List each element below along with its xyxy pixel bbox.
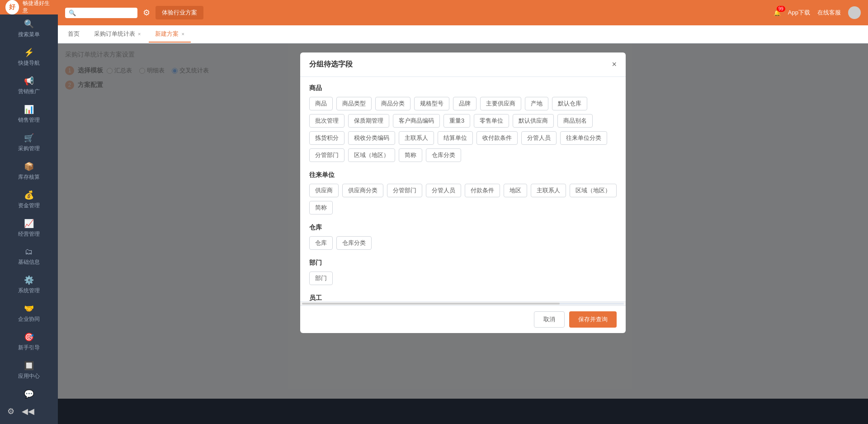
field-tag-area[interactable]: 地区 [504, 184, 527, 197]
modal-close-button[interactable]: × [612, 60, 617, 69]
field-tag-from-unit-category[interactable]: 往来单位分类 [560, 131, 607, 145]
tab-close-1[interactable]: × [138, 31, 141, 37]
field-tag-alias[interactable]: 商品别名 [557, 114, 593, 128]
tab-label-1: 采购订单统计表 [94, 30, 135, 38]
header-search-box[interactable]: 🔍 [65, 8, 137, 18]
field-tag-customer-code[interactable]: 客户商品编码 [393, 114, 440, 128]
sidebar-item-purchase[interactable]: 🛒 采购管理 [0, 129, 58, 157]
modal-body[interactable]: 商品商品商品类型商品分类规格型号品牌主要供应商产地默认仓库批次管理保质期管理客户… [300, 77, 626, 301]
field-tag-default-supplier[interactable]: 默认供应商 [513, 114, 554, 128]
tab-1[interactable]: 采购订单统计表× [88, 26, 147, 43]
section-title-department: 部门 [309, 259, 617, 267]
user-avatar[interactable] [848, 6, 861, 19]
sidebar-item-inventory[interactable]: 📦 库存核算 [0, 157, 58, 186]
field-tag-brand[interactable]: 品牌 [453, 97, 476, 110]
field-tags-warehouse: 仓库仓库分类 [309, 236, 617, 250]
field-tag-spec-type[interactable]: 规格型号 [414, 97, 449, 110]
marketing-icon: 📢 [24, 76, 34, 86]
settings-icon[interactable]: ⚙ [143, 8, 150, 18]
notification-count: 99 [777, 6, 785, 12]
sidebar-item-operations[interactable]: 📈 经营管理 [0, 214, 58, 243]
sidebar-label-enterprise: 企业协同 [18, 315, 40, 323]
tab-label-0: 首页 [68, 30, 80, 38]
modal-footer: 取消 保存并查询 [300, 305, 626, 333]
purchase-icon: 🛒 [24, 133, 34, 143]
field-tag-payment-terms[interactable]: 收付款条件 [476, 131, 518, 145]
field-tag-manage-dept[interactable]: 分管部门 [309, 148, 344, 162]
sidebar-item-system[interactable]: ⚙️ 系统管理 [0, 271, 58, 299]
field-tag-goods[interactable]: 商品 [309, 97, 333, 110]
sidebar-label-operations: 经营管理 [18, 230, 40, 238]
field-tag-main-contact[interactable]: 主联系人 [399, 131, 434, 145]
sidebar-item-quick-nav[interactable]: ⚡ 快捷导航 [0, 43, 58, 71]
sidebar-item-guide[interactable]: 🎯 新手引导 [0, 328, 58, 356]
audio-bottom-icon[interactable]: ◀◀ [22, 406, 34, 416]
field-tag-settle-unit[interactable]: 结算单位 [438, 131, 473, 145]
field-tag-manager[interactable]: 分管人员 [521, 131, 557, 145]
sidebar-item-marketing[interactable]: 📢 营销推广 [0, 71, 58, 100]
field-tag-warehouse-category[interactable]: 仓库分类 [426, 148, 461, 162]
field-tag-batch-manage[interactable]: 批次管理 [309, 114, 344, 128]
base-icon: 🗂 [25, 247, 33, 257]
tab-close-2[interactable]: × [181, 31, 184, 37]
field-tag-weight3[interactable]: 重量3 [443, 114, 470, 128]
modal-horizontal-scrollbar[interactable] [300, 301, 626, 305]
section-counterpart: 往来单位供应商供应商分类分管部门分管人员付款条件地区主联系人区域（地区）简称 [309, 171, 617, 214]
cancel-button[interactable]: 取消 [534, 311, 565, 328]
save-and-query-button[interactable]: 保存并查询 [569, 311, 617, 328]
sidebar-item-sales[interactable]: 📊 销售管理 [0, 100, 58, 129]
field-tag-abbr2[interactable]: 简称 [309, 201, 333, 214]
field-tag-abbr[interactable]: 简称 [399, 148, 422, 162]
scrollbar-thumb [302, 303, 560, 305]
field-tag-region[interactable]: 区域（地区） [348, 148, 395, 162]
section-employee: 员工业务员 [309, 294, 617, 301]
sidebar-label-base: 基础信息 [18, 258, 40, 266]
sidebar-label-inventory: 库存核算 [18, 173, 40, 181]
field-tag-goods-type[interactable]: 商品类型 [336, 97, 372, 110]
field-tag-region2[interactable]: 区域（地区） [570, 184, 617, 197]
modal-overlay: 分组待选字段 × 商品商品商品类型商品分类规格型号品牌主要供应商产地默认仓库批次… [58, 43, 868, 424]
settings-bottom-icon[interactable]: ⚙ [7, 406, 14, 416]
tab-2[interactable]: 新建方案× [149, 26, 190, 43]
field-tag-payment-cond[interactable]: 付款条件 [465, 184, 500, 197]
system-icon: ⚙️ [24, 275, 34, 285]
tab-0[interactable]: 首页 [61, 26, 86, 43]
field-tag-goods-category[interactable]: 商品分类 [375, 97, 410, 110]
sidebar-logo: 好 畅捷通好生意 [0, 0, 58, 14]
sidebar-item-finance[interactable]: 💰 资金管理 [0, 186, 58, 214]
field-tag-quality-manage[interactable]: 保质期管理 [348, 114, 389, 128]
sidebar-label-quick-nav: 快捷导航 [18, 59, 40, 67]
sidebar-item-base[interactable]: 🗂 基础信息 [0, 243, 58, 271]
field-tag-warehouse-cat[interactable]: 仓库分类 [336, 236, 372, 250]
sidebar-item-search[interactable]: 🔍 搜索菜单 [0, 14, 58, 43]
field-tag-dept-manager[interactable]: 分管人员 [426, 184, 461, 197]
online-service-link[interactable]: 在线客服 [817, 9, 841, 17]
tab-label-2: 新建方案 [155, 30, 179, 38]
field-tag-retail-unit[interactable]: 零售单位 [474, 114, 509, 128]
field-tag-main-supplier[interactable]: 主要供应商 [480, 97, 521, 110]
app-download-link[interactable]: App下载 [788, 9, 810, 17]
experience-btn[interactable]: 体验行业方案 [156, 6, 203, 19]
field-tag-dept2[interactable]: 部门 [309, 272, 333, 285]
sidebar-item-apps[interactable]: 🔲 应用中心 [0, 356, 58, 385]
sidebar-label-guide: 新手引导 [18, 344, 40, 352]
sidebar: 好 畅捷通好生意 🔍 搜索菜单 ⚡ 快捷导航 📢 营销推广 📊 销售管理 🛒 采… [0, 0, 58, 424]
field-select-modal: 分组待选字段 × 商品商品商品类型商品分类规格型号品牌主要供应商产地默认仓库批次… [300, 52, 626, 333]
search-input[interactable] [78, 10, 134, 16]
field-tag-pick-score[interactable]: 拣货积分 [309, 131, 344, 145]
field-tag-dept[interactable]: 分管部门 [387, 184, 422, 197]
field-tag-warehouse[interactable]: 仓库 [309, 236, 333, 250]
guide-icon: 🎯 [24, 332, 34, 342]
field-tag-tax-code[interactable]: 税收分类编码 [348, 131, 395, 145]
field-tag-default-warehouse[interactable]: 默认仓库 [552, 97, 587, 110]
section-title-counterpart: 往来单位 [309, 171, 617, 179]
field-tag-origin[interactable]: 产地 [525, 97, 548, 110]
logo-text: 畅捷通好生意 [23, 0, 52, 14]
field-tags-counterpart: 供应商供应商分类分管部门分管人员付款条件地区主联系人区域（地区）简称 [309, 184, 617, 214]
field-tag-contact[interactable]: 主联系人 [531, 184, 566, 197]
notification-badge[interactable]: 🔔 99 [774, 10, 781, 16]
modal-header: 分组待选字段 × [300, 52, 626, 77]
field-tag-supplier[interactable]: 供应商 [309, 184, 339, 197]
sidebar-item-enterprise[interactable]: 🤝 企业协同 [0, 299, 58, 328]
field-tag-supplier-category[interactable]: 供应商分类 [342, 184, 383, 197]
